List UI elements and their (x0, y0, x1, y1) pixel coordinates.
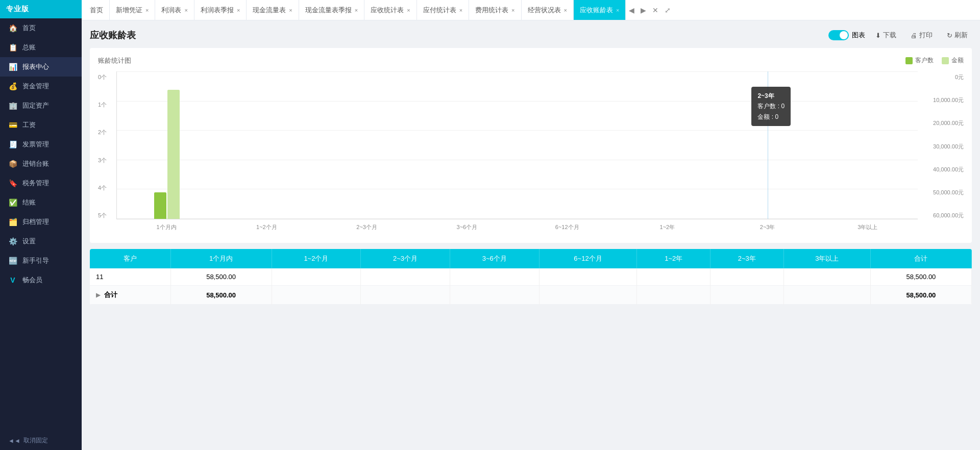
tab-profit-quarterly-close[interactable]: × (237, 7, 240, 13)
content-area: 应收账龄表 图表 ⬇ 下载 🖨 打印 ↻ 刷新 (82, 20, 980, 450)
sidebar-item-settings[interactable]: ⚙️ 设置 (0, 232, 82, 251)
bar-group-0[interactable] (117, 90, 217, 219)
sidebar-item-vip[interactable]: V 畅会员 (0, 270, 82, 290)
col-y3: 3年以上 (783, 249, 870, 268)
tab-payable-stat[interactable]: 应付统计表 × (417, 0, 469, 20)
sidebar-label-capital: 资金管理 (22, 82, 49, 91)
x-axis: 1个月内 1~2个月 2~3个月 3~6个月 6~12个月 1~2年 2~3年 … (116, 219, 918, 235)
sidebar-item-inventory[interactable]: 📦 进销台账 (0, 154, 82, 173)
row-y2 (710, 268, 784, 286)
download-button[interactable]: ⬇ 下载 (871, 29, 900, 42)
sidebar: 专业版 🏠 首页 📋 总账 📊 报表中心 💰 资金管理 🏢 固定资产 💳 工资 … (0, 0, 82, 450)
tab-maximize[interactable]: ⤢ (662, 0, 674, 20)
sidebar-label-salary: 工资 (22, 120, 36, 130)
tab-receivable-stat-close[interactable]: × (407, 7, 410, 13)
refresh-button[interactable]: ↻ 刷新 (943, 29, 972, 42)
tab-operations-close[interactable]: × (564, 7, 567, 13)
sidebar-label-home: 首页 (22, 23, 36, 33)
row-m2 (272, 268, 361, 286)
chart-tooltip: 2~3年客户数 : 0金额 : 0 (751, 87, 791, 126)
sidebar-label-settings: 设置 (22, 237, 36, 246)
tab-voucher-close[interactable]: × (145, 7, 149, 13)
refresh-icon: ↻ (947, 32, 952, 39)
y-axis-right: 60,000.00元 50,000.00元 40,000.00元 30,000.… (918, 71, 964, 235)
tab-profit[interactable]: 利润表 × (155, 0, 194, 20)
y-axis-left: 5个 4个 3个 2个 1个 0个 (98, 71, 116, 235)
tab-profit-quarterly-label: 利润表季报 (201, 6, 234, 15)
tab-expense-stat[interactable]: 费用统计表 × (469, 0, 521, 20)
report-icon: 📊 (8, 63, 17, 71)
tab-voucher[interactable]: 新增凭证 × (110, 0, 155, 20)
tab-operations[interactable]: 经营状况表 × (522, 0, 574, 20)
capital-icon: 💰 (8, 82, 17, 90)
bar-amount-0 (167, 90, 180, 219)
total-y1 (637, 286, 710, 305)
tab-home[interactable]: 首页 (84, 0, 110, 20)
sidebar-label-archive: 归档管理 (22, 217, 49, 227)
bar-customers-0 (154, 192, 166, 219)
refresh-label: 刷新 (954, 31, 968, 40)
tab-aging[interactable]: 应收账龄表 × (574, 0, 626, 20)
chart-bars-area[interactable]: 2~3年客户数 : 0金额 : 0 (116, 71, 918, 219)
total-m2 (272, 286, 361, 305)
sidebar-item-capital[interactable]: 💰 资金管理 (0, 77, 82, 96)
tab-cashflow-quarterly[interactable]: 现金流量表季报 × (299, 0, 364, 20)
tab-aging-close[interactable]: × (616, 7, 619, 13)
tab-receivable-stat-label: 应收统计表 (371, 6, 404, 15)
tab-profit-close[interactable]: × (184, 7, 187, 13)
chart-toggle[interactable] (828, 30, 849, 40)
tab-cashflow-quarterly-close[interactable]: × (355, 7, 358, 13)
tab-scroll-right[interactable]: ▶ (638, 0, 649, 20)
sidebar-item-home[interactable]: 🏠 首页 (0, 18, 82, 38)
row-m12 (539, 268, 637, 286)
tab-profit-quarterly[interactable]: 利润表季报 × (194, 0, 247, 20)
total-m6 (450, 286, 539, 305)
sidebar-item-salary[interactable]: 💳 工资 (0, 115, 82, 135)
home-icon: 🏠 (8, 24, 17, 32)
closing-icon: ✅ (8, 198, 17, 207)
print-icon: 🖨 (911, 32, 917, 39)
sidebar-item-tax[interactable]: 🔖 税务管理 (0, 173, 82, 193)
sidebar-label-invoice: 发票管理 (22, 140, 49, 149)
download-icon: ⬇ (875, 32, 881, 39)
sidebar-collapse-btn[interactable]: ◄◄ 取消固定 (0, 431, 82, 450)
inventory-icon: 📦 (8, 160, 17, 168)
tab-scroll-left[interactable]: ◀ (626, 0, 638, 20)
row-total: 58,500.00 (870, 268, 971, 286)
col-y1: 1~2年 (637, 249, 710, 268)
sidebar-item-ledger[interactable]: 📋 总账 (0, 38, 82, 57)
page-header: 应收账龄表 图表 ⬇ 下载 🖨 打印 ↻ 刷新 (90, 29, 972, 42)
tab-receivable-stat[interactable]: 应收统计表 × (364, 0, 416, 20)
invoice-icon: 🧾 (8, 140, 17, 148)
sidebar-item-guide[interactable]: 🆕 新手引导 (0, 251, 82, 270)
sidebar-item-report[interactable]: 📊 报表中心 (0, 57, 82, 77)
tab-cashflow-label: 现金流量表 (253, 6, 286, 15)
total-m1: 58,500.00 (170, 286, 272, 305)
col-total: 合计 (870, 249, 971, 268)
tab-bar: 首页 新增凭证 × 利润表 × 利润表季报 × 现金流量表 × 现金流量表季报 … (82, 0, 980, 20)
sidebar-label-guide: 新手引导 (22, 256, 49, 265)
sidebar-item-invoice[interactable]: 🧾 发票管理 (0, 135, 82, 154)
page-title: 应收账龄表 (90, 29, 136, 41)
guide-icon: 🆕 (8, 257, 17, 265)
sidebar-item-assets[interactable]: 🏢 固定资产 (0, 96, 82, 115)
sidebar-label-inventory: 进销台账 (22, 159, 49, 168)
tab-expense-stat-close[interactable]: × (511, 7, 514, 13)
tab-cashflow-close[interactable]: × (289, 7, 292, 13)
sidebar-item-archive[interactable]: 🗂️ 归档管理 (0, 212, 82, 232)
row-y1 (637, 268, 710, 286)
table-container: 客户 1个月内 1~2个月 2~3个月 3~6个月 6~12个月 1~2年 2~… (90, 249, 972, 305)
ledger-icon: 📋 (8, 43, 17, 52)
legend-customers-label: 客户数 (915, 56, 934, 65)
tab-profit-label: 利润表 (161, 6, 181, 15)
tab-close-all[interactable]: ✕ (649, 0, 662, 20)
tab-payable-stat-close[interactable]: × (459, 7, 462, 13)
sidebar-logo: 专业版 (0, 0, 82, 18)
total-m12 (539, 286, 637, 305)
sidebar-item-closing[interactable]: ✅ 结账 (0, 193, 82, 212)
tab-cashflow[interactable]: 现金流量表 × (247, 0, 299, 20)
main-area: 首页 新增凭证 × 利润表 × 利润表季报 × 现金流量表 × 现金流量表季报 … (82, 0, 980, 450)
chart-toggle-container: 图表 (828, 30, 865, 40)
print-button[interactable]: 🖨 打印 (906, 29, 937, 42)
tab-cashflow-quarterly-label: 现金流量表季报 (305, 6, 352, 15)
